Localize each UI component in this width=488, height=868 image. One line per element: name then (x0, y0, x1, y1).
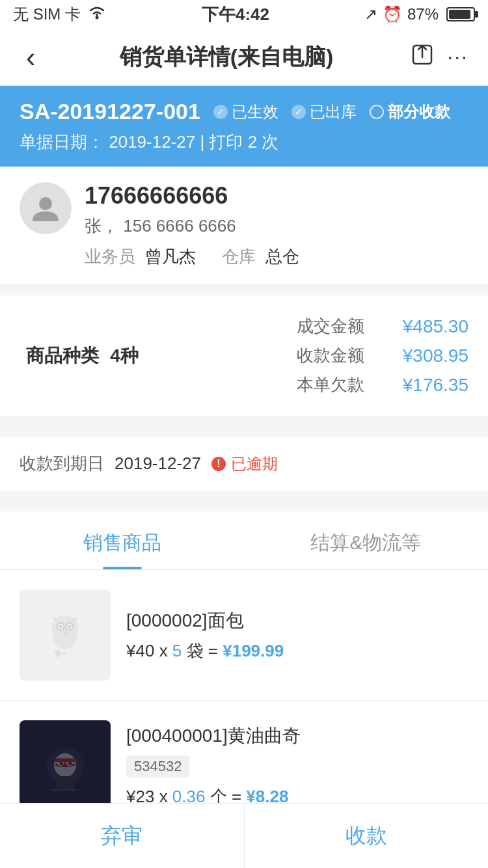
product-item: 鲁+ [0000002]面包 ¥40 x 5 袋 = ¥199.99 (0, 570, 488, 701)
debt-label: 本单欠款 (297, 373, 364, 396)
status-right: ↗ ⏰ 87% (364, 5, 475, 23)
back-button[interactable]: ‹ (20, 34, 42, 80)
wifi-icon (87, 5, 107, 23)
reject-button[interactable]: 弃审 (0, 804, 245, 868)
due-label: 收款到期日 (20, 452, 104, 475)
status-bar: 无 SIM 卡 下午4:42 ↗ ⏰ 87% (0, 0, 488, 29)
price-per-unit-1: ¥40 (126, 641, 154, 660)
share-button[interactable] (411, 43, 434, 71)
svg-point-8 (59, 625, 62, 628)
sales-label: 业务员 (85, 247, 135, 266)
total-1: ¥199.99 (223, 641, 284, 660)
overdue-text: 已逾期 (231, 454, 278, 474)
product-details-1: [0000002]面包 ¥40 x 5 袋 = ¥199.99 (126, 608, 468, 662)
collect-payment-button[interactable]: 收款 (245, 804, 489, 868)
status-badge-effective: ✓ 已生效 (213, 102, 278, 122)
due-date: 2019-12-27 (115, 454, 201, 474)
sim-label: 无 SIM 卡 (13, 4, 81, 25)
clock-icon (370, 105, 384, 119)
order-header: SA-20191227-001 ✓ 已生效 ✓ 已出库 部分收款 单据日期： 2… (0, 86, 488, 167)
product-count: 商品种类 4种 (20, 344, 139, 368)
financial-stats: 成交金额 ¥485.30 收款金额 ¥308.95 本单欠款 ¥176.35 (297, 315, 468, 396)
battery-percent: 87% (407, 5, 439, 23)
product-sku-2: 534532 (126, 755, 189, 778)
more-button[interactable]: ··· (447, 45, 468, 69)
date-label: 单据日期： (20, 132, 104, 152)
product-details-2: [000400001]黄油曲奇 534532 ¥23 x 0.36 个 = ¥8… (126, 724, 468, 808)
customer-contact: 张， 156 6666 6666 (85, 215, 468, 237)
divider-1 (0, 285, 488, 295)
svg-rect-21 (56, 776, 75, 789)
eq-1: = (208, 641, 223, 660)
customer-phone: 156 6666 6666 (123, 216, 236, 236)
status-badge-shipped: ✓ 已出库 (291, 102, 357, 122)
customer-section: 17666666666 张， 156 6666 6666 业务员 曾凡杰 仓库 … (0, 167, 488, 284)
check-icon-2: ✓ (291, 105, 306, 119)
received-label: 收款金额 (297, 344, 364, 367)
svg-point-2 (39, 197, 52, 210)
overdue-icon: ! (211, 457, 226, 471)
warehouse-info: 仓库 总仓 (222, 245, 299, 268)
bottom-bar: 弃审 收款 (0, 803, 488, 868)
sales-name: 曾凡杰 (145, 247, 196, 266)
order-date-row: 单据日期： 2019-12-27 | 打印 2 次 (20, 131, 468, 154)
location-icon: ↗ (364, 5, 377, 23)
print-label: | 打印 (200, 132, 247, 152)
svg-text:鲁+: 鲁+ (55, 649, 66, 657)
svg-rect-20 (55, 759, 75, 763)
customer-info: 17666666666 张， 156 6666 6666 业务员 曾凡杰 仓库 … (85, 182, 468, 268)
product-name-1: [0000002]面包 (126, 608, 468, 633)
customer-avatar (20, 182, 72, 234)
check-icon-1: ✓ (213, 105, 228, 119)
product-image-icon: advanced-whata (39, 740, 91, 792)
tab-products[interactable]: 销售商品 (0, 511, 244, 569)
debt-row: 本单欠款 ¥176.35 (297, 373, 468, 396)
status-time: 下午4:42 (202, 3, 269, 26)
nav-bar: ‹ 销货单详情(来自电脑) ··· (0, 29, 488, 86)
divider-3 (0, 501, 488, 511)
nav-actions: ··· (411, 43, 468, 71)
customer-meta: 业务员 曾凡杰 仓库 总仓 (85, 245, 468, 268)
amount-value: ¥485.30 (377, 316, 468, 337)
print-count: 2 (248, 132, 257, 152)
product-name-2: [000400001]黄油曲奇 (126, 724, 468, 748)
order-id: SA-20191227-001 (20, 99, 200, 124)
type-label: 商品种类 (26, 346, 99, 366)
customer-name: 张， (85, 216, 118, 236)
warehouse-name: 总仓 (265, 247, 299, 266)
price-x-1: x (159, 641, 172, 660)
page-title: 销货单详情(来自电脑) (120, 42, 334, 72)
products-section: 鲁+ [0000002]面包 ¥40 x 5 袋 = ¥199.99 (0, 570, 488, 832)
product-image-2: advanced-whata (20, 720, 111, 811)
order-id-row: SA-20191227-001 ✓ 已生效 ✓ 已出库 部分收款 (20, 99, 468, 124)
amount-row: 成交金额 ¥485.30 (297, 315, 468, 338)
unit-1: 袋 (187, 641, 204, 660)
stats-section: 商品种类 4种 成交金额 ¥485.30 收款金额 ¥308.95 本单欠款 ¥… (0, 295, 488, 416)
qty-1: 5 (172, 641, 187, 660)
product-image-1: 鲁+ (20, 590, 111, 681)
received-value: ¥308.95 (377, 346, 468, 366)
status-badge-partial: 部分收款 (370, 102, 450, 122)
print-suffix: 次 (262, 132, 278, 152)
svg-text:advanced-whata: advanced-whata (52, 788, 77, 792)
type-count: 4种 (110, 346, 139, 366)
debt-value: ¥176.35 (377, 375, 468, 396)
sales-info: 业务员 曾凡杰 (85, 245, 196, 268)
tab-settlement[interactable]: 结算&物流等 (244, 511, 488, 569)
svg-point-0 (96, 16, 99, 20)
overdue-badge: ! 已逾期 (211, 454, 278, 474)
avatar-icon (29, 192, 62, 224)
warehouse-label: 仓库 (222, 247, 256, 266)
product-price-1: ¥40 x 5 袋 = ¥199.99 (126, 640, 468, 662)
received-row: 收款金额 ¥308.95 (297, 344, 468, 367)
due-section: 收款到期日 2019-12-27 ! 已逾期 (0, 437, 488, 491)
status-left: 无 SIM 卡 (13, 4, 107, 25)
battery-icon (446, 7, 475, 21)
amount-label: 成交金额 (297, 315, 364, 338)
product-placeholder-icon: 鲁+ (39, 609, 91, 661)
order-date: 2019-12-27 (109, 132, 195, 152)
divider-2 (0, 426, 488, 437)
tabs-section: 销售商品 结算&物流等 (0, 511, 488, 570)
customer-id: 17666666666 (85, 182, 468, 210)
svg-point-9 (68, 625, 71, 628)
